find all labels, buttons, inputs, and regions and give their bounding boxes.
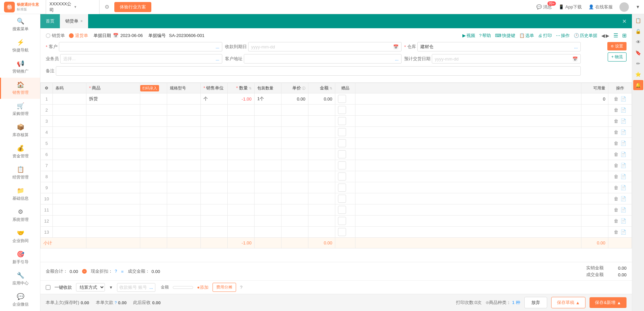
row-amount-13[interactable] bbox=[308, 227, 335, 238]
grid-view-icon[interactable]: ⊞ bbox=[622, 32, 627, 39]
row-price-6[interactable] bbox=[281, 149, 308, 160]
row-delete-icon-10[interactable]: 🗑 bbox=[614, 196, 618, 201]
row-product-2[interactable] bbox=[86, 105, 140, 116]
row-pkg-5[interactable] bbox=[255, 138, 281, 149]
row-qty-12[interactable] bbox=[228, 216, 255, 227]
row-barcode-13[interactable] bbox=[53, 227, 86, 238]
customer-input[interactable]: ... bbox=[59, 42, 222, 51]
online-service-button[interactable]: 👤 在线客服 bbox=[589, 4, 613, 10]
row-product-1[interactable]: 拆货 bbox=[86, 93, 140, 105]
row-unit-8[interactable] bbox=[201, 171, 228, 182]
sidebar-item-apps[interactable]: 🔧 应用中心 bbox=[0, 268, 40, 289]
row-price-12[interactable] bbox=[281, 216, 308, 227]
row-product-9[interactable] bbox=[86, 182, 140, 193]
discard-button[interactable]: 放弃 bbox=[524, 297, 547, 308]
message-button[interactable]: 💬 消息 99+ bbox=[536, 4, 552, 10]
sidebar-item-wechat[interactable]: 💬 企业微信 bbox=[0, 289, 40, 311]
row-spec-4[interactable] bbox=[167, 127, 201, 138]
row-price-5[interactable] bbox=[281, 138, 308, 149]
row-price-10[interactable] bbox=[281, 193, 308, 204]
row-unit-9[interactable] bbox=[201, 182, 228, 193]
row-barcode-10[interactable] bbox=[53, 193, 86, 204]
row-copy-icon-10[interactable]: 📄 bbox=[620, 196, 626, 201]
date-value[interactable]: 2023-06-06 bbox=[120, 33, 143, 38]
sidebar-item-finance[interactable]: 💰 资金管理 bbox=[0, 141, 40, 162]
payment-input[interactable]: yyyy-mm-dd 📅 bbox=[248, 42, 402, 51]
row-qty-9[interactable] bbox=[228, 182, 255, 193]
row-delete-icon-11[interactable]: 🗑 bbox=[614, 207, 618, 212]
sidebar-item-marketing[interactable]: 📢 营销推广 bbox=[0, 56, 40, 78]
row-unit-6[interactable] bbox=[201, 149, 228, 160]
radio-sales-order[interactable]: 销货单 bbox=[46, 33, 65, 39]
sidebar-item-inventory[interactable]: 📦 库存核算 bbox=[0, 120, 40, 141]
row-barcode-9[interactable] bbox=[53, 182, 86, 193]
row-product-3[interactable] bbox=[86, 116, 140, 127]
row-price-9[interactable] bbox=[281, 182, 308, 193]
row-note-7[interactable] bbox=[355, 160, 581, 171]
row-qty-8[interactable] bbox=[228, 171, 255, 182]
row-delete-icon-9[interactable]: 🗑 bbox=[614, 185, 618, 190]
product-kind[interactable]: ⊙商品种类： 1 种 bbox=[486, 300, 520, 306]
row-unit-1[interactable]: 个 bbox=[201, 93, 228, 105]
form-settings-button[interactable]: ⊕ 设置 bbox=[607, 42, 627, 50]
row-gift-6[interactable] bbox=[335, 149, 355, 160]
salesperson-input[interactable]: 选择... ... bbox=[60, 54, 222, 64]
row-copy-icon-9[interactable]: 📄 bbox=[620, 185, 626, 190]
row-delete-icon-4[interactable]: 🗑 bbox=[614, 129, 618, 135]
row-delete-icon-8[interactable]: 🗑 bbox=[614, 174, 618, 179]
settings-gear-button[interactable]: ⚙ bbox=[102, 2, 112, 12]
row-note-8[interactable] bbox=[355, 171, 581, 182]
row-copy-icon-8[interactable]: 📄 bbox=[620, 174, 626, 179]
row-copy-icon-1[interactable]: 📄 bbox=[620, 96, 626, 102]
row-amount-2[interactable] bbox=[308, 105, 335, 116]
row-delete-icon-7[interactable]: 🗑 bbox=[614, 163, 618, 168]
row-amount-4[interactable] bbox=[308, 127, 335, 138]
row-copy-icon-4[interactable]: 📄 bbox=[620, 129, 626, 135]
row-qty-13[interactable] bbox=[228, 227, 255, 238]
row-delete-icon-13[interactable]: 🗑 bbox=[614, 229, 618, 235]
row-note-5[interactable] bbox=[355, 138, 581, 149]
nav-prev-icon[interactable]: ◀ bbox=[601, 33, 605, 38]
row-product-13[interactable] bbox=[86, 227, 140, 238]
row-qty-5[interactable] bbox=[228, 138, 255, 149]
tab-close-icon[interactable]: × bbox=[80, 19, 83, 24]
expense-split-button[interactable]: 费用分摊 bbox=[213, 283, 236, 292]
row-unit-7[interactable] bbox=[201, 160, 228, 171]
row-gift-10[interactable] bbox=[335, 193, 355, 204]
row-delete-icon-3[interactable]: 🗑 bbox=[614, 118, 618, 124]
row-note-6[interactable] bbox=[355, 149, 581, 160]
row-gift-3[interactable] bbox=[335, 116, 355, 127]
row-pkg-8[interactable] bbox=[255, 171, 281, 182]
delivery-input[interactable]: yyyy-mm-dd 📅 bbox=[432, 54, 581, 64]
row-delete-icon-5[interactable]: 🗑 bbox=[614, 141, 618, 146]
row-qty-11[interactable] bbox=[228, 204, 255, 216]
row-barcode-1[interactable] bbox=[53, 93, 86, 105]
print-link[interactable]: 🖨 打印 bbox=[538, 33, 552, 39]
row-barcode-4[interactable] bbox=[53, 127, 86, 138]
video-link[interactable]: ▶ 视频 bbox=[462, 33, 475, 39]
payment-amount-input[interactable] bbox=[173, 286, 193, 289]
row-delete-icon-1[interactable]: 🗑 bbox=[614, 96, 618, 102]
row-delete-icon-6[interactable]: 🗑 bbox=[614, 152, 618, 157]
row-pkg-10[interactable] bbox=[255, 193, 281, 204]
right-tool-bookmark[interactable]: 🔖 bbox=[633, 48, 643, 58]
row-spec-8[interactable] bbox=[167, 171, 201, 182]
help-link[interactable]: ? 帮助 bbox=[479, 33, 491, 39]
operation-link[interactable]: ⋯ 操作 bbox=[556, 33, 570, 39]
warehouse-input[interactable]: 建材仓 ... bbox=[417, 42, 581, 51]
row-amount-6[interactable] bbox=[308, 149, 335, 160]
row-barcode-8[interactable] bbox=[53, 171, 86, 182]
row-unit-3[interactable] bbox=[201, 116, 228, 127]
row-spec-10[interactable] bbox=[167, 193, 201, 204]
row-pkg-7[interactable] bbox=[255, 160, 281, 171]
row-barcode-2[interactable] bbox=[53, 105, 86, 116]
row-unit-4[interactable] bbox=[201, 127, 228, 138]
row-price-1[interactable]: 0.00 bbox=[281, 93, 308, 105]
logistics-button[interactable]: + 物流 bbox=[608, 52, 627, 62]
calendar-icon[interactable]: 📅 bbox=[113, 33, 118, 38]
row-gift-5[interactable] bbox=[335, 138, 355, 149]
sidebar-item-search[interactable]: 🔍 搜索菜单 bbox=[0, 14, 40, 35]
row-pkg-2[interactable] bbox=[255, 105, 281, 116]
row-pkg-13[interactable] bbox=[255, 227, 281, 238]
discount-info-icon[interactable]: ? bbox=[115, 269, 117, 274]
